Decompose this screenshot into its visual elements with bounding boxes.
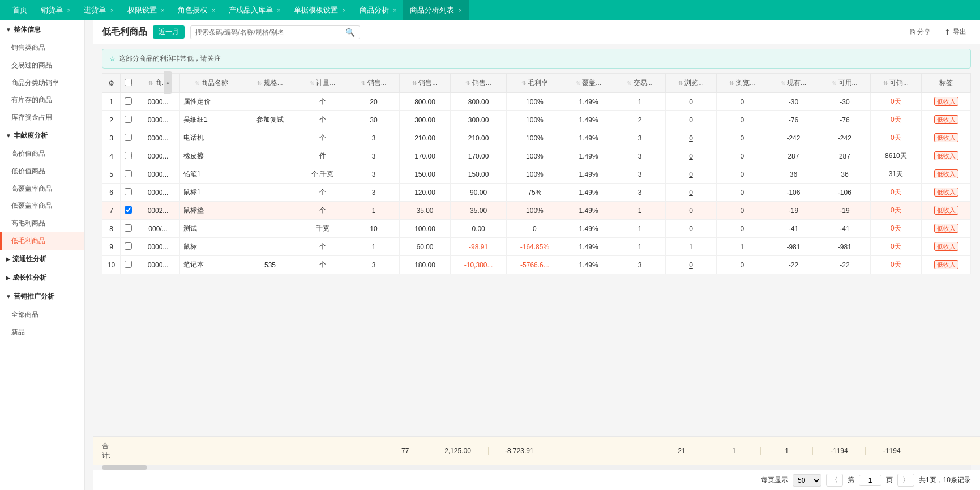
select-all-checkbox[interactable] [125,79,132,86]
col-views1[interactable]: ⇅ 浏览... [665,74,716,93]
sidebar-item-category-sales-rate[interactable]: 商品分类助销率 [0,74,84,92]
page-size-select[interactable]: 50 100 200 [793,474,821,487]
row-checkbox[interactable] [125,97,132,105]
col-coverage[interactable]: ⇅ 覆盖... [563,74,614,93]
nav-templates[interactable]: 单据模板设置 × [287,0,352,20]
cell-checkbox[interactable] [121,93,136,111]
col-checkbox[interactable] [121,74,136,93]
cell-views1[interactable]: 0 [665,256,716,274]
cell-views1[interactable]: 0 [665,147,716,165]
sidebar-item-high-profit[interactable]: 高毛利商品 [0,215,84,232]
sidebar-section-flow[interactable]: ▶ 流通性分析 [0,250,84,269]
sidebar-item-high-coverage[interactable]: 高覆盖率商品 [0,180,84,198]
sidebar-item-fund-occupation[interactable]: 库存资金占用 [0,109,84,126]
close-purchase-icon[interactable]: × [110,7,114,14]
cell-checkbox[interactable] [121,220,136,238]
col-transactions[interactable]: ⇅ 交易... [614,74,665,93]
close-roles-icon[interactable]: × [212,7,215,14]
cell-checkbox[interactable] [121,111,136,129]
time-filter-button[interactable]: 近一月 [153,25,185,39]
cell-views1[interactable]: 1 [665,238,716,256]
sidebar-section-marketing[interactable]: ▼ 营销推广分析 [0,287,84,306]
close-analysis-icon[interactable]: × [393,7,396,14]
cell-checkbox[interactable] [121,129,136,147]
col-gross-margin[interactable]: ⇅ 毛利率 [507,74,563,93]
close-analysis-list-icon[interactable]: × [459,7,462,14]
col-name[interactable]: ⇅ 商品名称 [180,74,243,93]
cell-checkbox[interactable] [121,147,136,165]
col-current-stock[interactable]: ⇅ 现有... [768,74,819,93]
search-input[interactable] [195,28,345,36]
arrow-richness-icon: ▼ [6,133,11,139]
row-checkbox[interactable] [125,206,132,214]
row-checkbox[interactable] [125,116,132,123]
cell-views1[interactable]: 0 [665,111,716,129]
nav-home[interactable]: 首页 [6,0,34,20]
cell-tag: 低收入 [922,256,971,274]
sidebar-section-growth[interactable]: ▶ 成长性分析 [0,269,84,287]
cell-transactions: 3 [614,147,665,165]
cell-views1[interactable]: 0 [665,202,716,220]
col-sales-price[interactable]: ⇅ 销售... [399,74,450,93]
sidebar-item-low-coverage[interactable]: 低覆盖率商品 [0,197,84,215]
row-checkbox[interactable] [125,224,132,232]
row-checkbox[interactable] [125,152,132,159]
col-sales-profit[interactable]: ⇅ 销售... [451,74,507,93]
cell-views1[interactable]: 0 [665,93,716,111]
horizontal-scrollbar[interactable] [102,465,971,470]
cell-checkbox[interactable] [121,165,136,184]
sidebar-item-low-value[interactable]: 低价值商品 [0,163,84,180]
sidebar-item-high-value[interactable]: 高价值商品 [0,145,84,163]
cell-views1[interactable]: 0 [665,220,716,238]
sidebar-item-inventory-goods[interactable]: 有库存的商品 [0,91,84,109]
nav-purchase[interactable]: 进货单 × [77,0,120,20]
page-number-input[interactable] [859,475,881,486]
cell-checkbox[interactable] [121,256,136,274]
nav-permissions[interactable]: 权限设置 × [121,0,171,20]
nav-analysis-list[interactable]: 商品分析列表 × [403,0,468,20]
col-unit[interactable]: ⇅ 计量... [297,74,348,93]
cell-views1[interactable]: 0 [665,184,716,202]
nav-products-in[interactable]: 产成品入库单 × [222,0,287,20]
row-checkbox[interactable] [125,188,132,195]
sidebar-collapse-button[interactable]: « [164,71,172,94]
row-checkbox[interactable] [125,242,132,250]
sidebar-item-all-goods[interactable]: 全部商品 [0,306,84,323]
row-checkbox[interactable] [125,170,132,177]
share-button[interactable]: ⎘ 分享 [906,25,935,39]
close-sales-icon[interactable]: × [67,7,71,14]
col-spec[interactable]: ⇅ 规格... [243,74,297,93]
cell-checkbox[interactable] [121,238,136,256]
sidebar-item-new-goods[interactable]: 新品 [0,323,84,341]
sidebar-item-low-profit[interactable]: 低毛利商品 [0,232,84,250]
sidebar-item-traded-goods[interactable]: 交易过的商品 [0,57,84,74]
row-checkbox[interactable] [125,261,132,268]
col-sales-qty[interactable]: ⇅ 销售... [348,74,399,93]
col-code[interactable]: ⇅ 商... [136,74,180,93]
close-products-icon[interactable]: × [277,7,281,14]
cell-sales-qty: 10 [348,220,399,238]
sidebar-item-sales-category[interactable]: 销售类商品 [0,39,84,57]
cell-views1[interactable]: 0 [665,165,716,184]
cell-checkbox[interactable] [121,202,136,220]
close-permissions-icon[interactable]: × [161,7,165,14]
nav-analysis[interactable]: 商品分析 × [353,0,403,20]
prev-page-button[interactable]: 〈 [826,474,843,487]
next-page-button[interactable]: 〉 [897,474,914,487]
col-settings[interactable]: ⚙ [102,74,121,93]
export-button[interactable]: ⬆ 导出 [940,25,971,39]
sidebar-section-richness[interactable]: ▼ 丰献度分析 [0,126,84,145]
nav-sales[interactable]: 销货单 × [34,0,77,20]
total-sales-profit: -8,723.91 [489,447,550,455]
row-checkbox[interactable] [125,134,132,141]
tag-badge: 低收入 [934,188,958,197]
col-available[interactable]: ⇅ 可用... [819,74,870,93]
nav-roles[interactable]: 角色授权 × [171,0,221,20]
col-views2[interactable]: ⇅ 浏览... [717,74,768,93]
cell-views1[interactable]: 0 [665,129,716,147]
cell-checkbox[interactable] [121,184,136,202]
scrollbar-thumb[interactable] [102,465,147,470]
close-templates-icon[interactable]: × [343,7,346,14]
col-sellable[interactable]: ⇅ 可销... [870,74,921,93]
sidebar-section-general-info[interactable]: ▼ 整体信息 [0,20,84,39]
